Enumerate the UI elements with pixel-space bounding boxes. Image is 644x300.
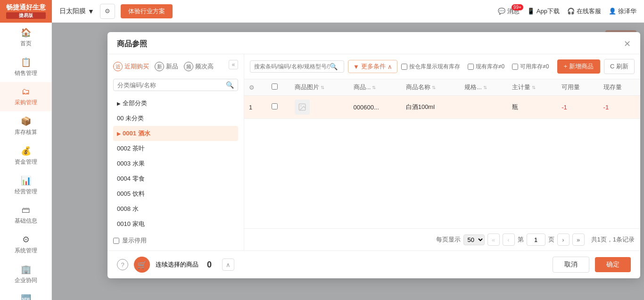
prev-page-button[interactable]: ‹ bbox=[503, 233, 515, 246]
trial-button[interactable]: 体验行业方案 bbox=[121, 4, 173, 18]
add-product-button[interactable]: + 新增商品 bbox=[557, 59, 600, 74]
available-stock-checkbox[interactable] bbox=[512, 64, 518, 70]
row-available: -1 bbox=[557, 96, 598, 119]
category-label: 0004 零食 bbox=[117, 175, 145, 183]
more-filter-button[interactable]: ▼ 更多条件 ∧ bbox=[348, 60, 397, 73]
row-name: 白酒100ml bbox=[401, 96, 460, 119]
enterprise-icon: 🏢 bbox=[21, 264, 31, 275]
last-page-button[interactable]: » bbox=[572, 233, 585, 246]
table-row[interactable]: 1 bbox=[244, 96, 640, 119]
warehouse-filter[interactable]: 按仓库显示现有库存 bbox=[401, 63, 460, 71]
refresh-button[interactable]: C 刷新 bbox=[604, 59, 635, 74]
product-image bbox=[295, 100, 310, 115]
stock-column-header[interactable]: 现存量 bbox=[603, 83, 636, 92]
dialog-footer: ? 🛒 连续选择的商品 0 ∧ 取消 确定 bbox=[107, 250, 640, 278]
left-panel: 近 近期购买 新 新品 频 频次高 « bbox=[107, 54, 244, 250]
online-service-button[interactable]: 🎧 在线客服 bbox=[567, 7, 601, 16]
brand-selector[interactable]: 日太阳膜 ▼ bbox=[59, 7, 96, 16]
category-water[interactable]: 0008 水 bbox=[113, 201, 238, 217]
category-search-icon: 🔍 bbox=[226, 81, 234, 89]
first-page-button[interactable]: « bbox=[487, 233, 500, 246]
sidebar-item-stock[interactable]: 📦 库存核算 bbox=[0, 111, 51, 141]
tab-frequent-label: 频次高 bbox=[195, 62, 214, 71]
notification-button[interactable]: 💬 消息 99+ bbox=[498, 7, 520, 16]
category-fruit[interactable]: 0003 水果 bbox=[113, 156, 238, 171]
category-all[interactable]: ▶ 全部分类 bbox=[113, 96, 238, 111]
sidebar-item-guide[interactable]: 🆕 新手引导 bbox=[0, 289, 51, 300]
user-name: 徐泽华 bbox=[618, 7, 636, 16]
sidebar-item-base[interactable]: 🗃 基础信息 bbox=[0, 200, 51, 230]
image-column-header[interactable]: 商品图片 ⇅ bbox=[295, 83, 344, 92]
sort-icon: ⇅ bbox=[372, 85, 376, 90]
name-column-header[interactable]: 商品名称 ⇅ bbox=[406, 83, 455, 92]
category-list: ▶ 全部分类 00 未分类 ▶ 0001 酒水 0002 茶叶 bbox=[113, 96, 238, 232]
sidebar-item-label: 企业协同 bbox=[15, 276, 37, 284]
cancel-button[interactable]: 取消 bbox=[553, 257, 589, 273]
code-column-header[interactable]: 商品... ⇅ bbox=[354, 83, 396, 92]
sidebar-item-enterprise[interactable]: 🏢 企业协同 bbox=[0, 259, 51, 289]
sidebar: 🏠 首页 📋 销售管理 🗂 采购管理 📦 库存核算 💰 资金管理 📊 经营管理 … bbox=[0, 23, 52, 300]
confirm-button[interactable]: 确定 bbox=[595, 257, 631, 272]
sidebar-item-operation[interactable]: 📊 经营管理 bbox=[0, 171, 51, 200]
home-icon: 🏠 bbox=[21, 27, 31, 38]
select-all-checkbox[interactable] bbox=[272, 83, 278, 90]
category-label: 0010 家电 bbox=[117, 220, 145, 228]
show-disabled-checkbox[interactable] bbox=[113, 238, 119, 244]
app-label: App下载 bbox=[537, 7, 560, 16]
category-search-input[interactable] bbox=[117, 82, 226, 89]
dialog-close-button[interactable]: ✕ bbox=[624, 39, 631, 49]
per-page-select[interactable]: 50 bbox=[463, 234, 485, 245]
category-wine[interactable]: ▶ 0001 酒水 bbox=[113, 126, 238, 141]
settings-button[interactable]: ⚙ bbox=[100, 4, 115, 19]
column-label: 可用量 bbox=[561, 83, 580, 92]
th-check[interactable] bbox=[267, 79, 290, 96]
column-settings-icon[interactable]: ⚙ bbox=[249, 84, 255, 91]
tab-frequent[interactable]: 频 频次高 bbox=[184, 60, 214, 73]
warehouse-checkbox[interactable] bbox=[401, 64, 407, 70]
unit-column-header[interactable]: 主计量 ⇅ bbox=[512, 83, 552, 92]
row-checkbox[interactable] bbox=[272, 103, 278, 109]
product-search-box[interactable]: 🔍 bbox=[250, 60, 344, 73]
product-search-input[interactable] bbox=[254, 63, 330, 70]
sidebar-item-label: 首页 bbox=[20, 40, 32, 48]
tab-new[interactable]: 新 新品 bbox=[155, 60, 178, 73]
stock-icon: 📦 bbox=[21, 116, 31, 126]
available-stock-filter[interactable]: 可用库存≠0 bbox=[512, 63, 549, 71]
pagination: 每页显示 50 « ‹ 第 页 › » 共1页，1条记录 bbox=[244, 228, 640, 250]
sidebar-item-system[interactable]: ⚙ 系统管理 bbox=[0, 230, 51, 259]
sort-icon: ⇅ bbox=[483, 85, 487, 90]
user-profile-button[interactable]: 👤 徐泽华 bbox=[609, 7, 636, 16]
category-drink[interactable]: 0005 饮料 bbox=[113, 186, 238, 201]
th-gear[interactable]: ⚙ bbox=[244, 79, 267, 96]
category-snack[interactable]: 0004 零食 bbox=[113, 171, 238, 186]
category-tea[interactable]: 0002 茶叶 bbox=[113, 141, 238, 156]
footer-collapse-button[interactable]: ∧ bbox=[222, 258, 234, 271]
cart-button[interactable]: 🛒 bbox=[134, 257, 150, 273]
dialog-body: 近 近期购买 新 新品 频 频次高 « bbox=[107, 54, 640, 250]
next-page-button[interactable]: › bbox=[557, 233, 570, 246]
topbar: 畅捷通好生意 捷易版 日太阳膜 ▼ ⚙ 体验行业方案 💬 消息 99+ 📱 Ap… bbox=[0, 0, 644, 23]
row-check[interactable] bbox=[267, 96, 290, 119]
sidebar-item-sales[interactable]: 📋 销售管理 bbox=[0, 52, 51, 82]
category-search-box[interactable]: 🔍 bbox=[113, 79, 238, 91]
frequent-icon: 频 bbox=[184, 62, 193, 71]
sidebar-item-purchase[interactable]: 🗂 采购管理 bbox=[0, 82, 51, 111]
category-unclassified[interactable]: 00 未分类 bbox=[113, 111, 238, 126]
tab-recent-label: 近期购买 bbox=[124, 62, 149, 71]
sidebar-item-home[interactable]: 🏠 首页 bbox=[0, 23, 51, 52]
available-column-header[interactable]: 可用量 bbox=[561, 83, 594, 92]
category-appliance[interactable]: 0010 家电 bbox=[113, 217, 238, 232]
sidebar-item-label: 采购管理 bbox=[15, 99, 37, 107]
page-number-input[interactable] bbox=[527, 233, 545, 246]
tab-recent[interactable]: 近 近期购买 bbox=[113, 60, 149, 73]
search-icon[interactable]: 🔍 bbox=[330, 63, 338, 70]
existing-stock-checkbox[interactable] bbox=[468, 64, 474, 70]
sidebar-item-finance[interactable]: 💰 资金管理 bbox=[0, 141, 51, 171]
app-download-button[interactable]: 📱 App下载 bbox=[527, 7, 560, 16]
existing-stock-filter[interactable]: 现有库存≠0 bbox=[468, 63, 504, 71]
help-button[interactable]: ? bbox=[117, 259, 128, 270]
left-panel-collapse-button[interactable]: « bbox=[229, 60, 238, 69]
spec-column-header[interactable]: 规格... ⇅ bbox=[464, 83, 503, 92]
brand-name: 日太阳膜 bbox=[59, 7, 86, 16]
th-spec: 规格... ⇅ bbox=[460, 79, 508, 96]
